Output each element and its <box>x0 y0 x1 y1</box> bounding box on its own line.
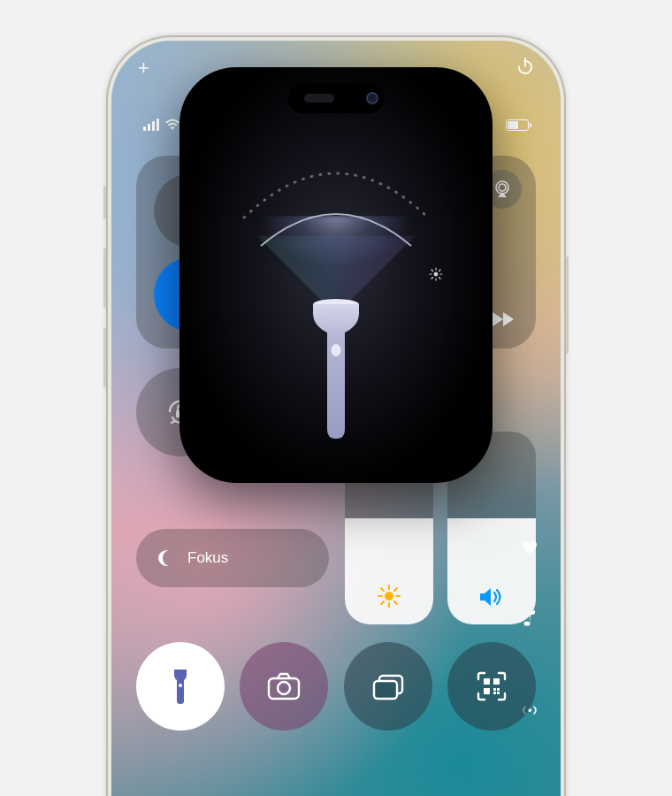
flashlight-large-icon <box>309 299 363 440</box>
side-button <box>566 256 569 354</box>
svg-line-13 <box>394 601 397 604</box>
add-control-icon[interactable]: + <box>138 57 149 80</box>
flashlight-intensity-overlay[interactable] <box>179 67 493 483</box>
focus-label: Fokus <box>187 549 228 567</box>
svg-point-18 <box>179 684 182 687</box>
power-icon[interactable] <box>516 57 534 80</box>
qr-scanner-button[interactable] <box>447 642 536 731</box>
battery-icon <box>506 119 529 131</box>
favorites-page-indicator[interactable] <box>518 536 541 559</box>
cellular-signal-icon <box>143 119 159 131</box>
heart-icon <box>522 540 538 555</box>
screen-mirroring-button[interactable] <box>344 642 432 731</box>
sun-icon <box>377 584 401 608</box>
svg-rect-24 <box>493 678 500 685</box>
qr-icon <box>475 670 508 703</box>
svg-line-38 <box>439 270 441 272</box>
svg-line-12 <box>381 588 384 591</box>
svg-point-5 <box>499 184 506 191</box>
svg-line-15 <box>394 588 397 591</box>
moon-icon <box>156 548 175 568</box>
volume-up-button <box>103 248 106 308</box>
island-pill <box>304 94 334 103</box>
svg-line-35 <box>431 270 433 272</box>
svg-rect-26 <box>493 688 496 691</box>
svg-line-36 <box>439 278 441 279</box>
svg-rect-23 <box>484 678 490 685</box>
camera-icon <box>266 672 302 700</box>
svg-point-20 <box>278 682 290 694</box>
speaker-icon <box>478 586 505 608</box>
volume-down-button <box>103 327 106 387</box>
flashlight-button[interactable] <box>136 642 225 731</box>
camera-button[interactable] <box>240 642 328 731</box>
airplay-icon <box>493 180 512 199</box>
svg-line-14 <box>381 601 384 604</box>
svg-line-37 <box>431 278 433 279</box>
svg-rect-28 <box>493 692 496 694</box>
svg-rect-27 <box>497 692 500 694</box>
music-note-icon <box>523 610 536 626</box>
svg-point-30 <box>434 272 439 277</box>
front-camera-icon <box>366 92 378 104</box>
svg-point-16 <box>524 621 531 625</box>
svg-point-4 <box>496 181 508 194</box>
wifi-status-icon <box>164 119 180 131</box>
quick-action-row <box>136 642 536 731</box>
dynamic-island <box>288 83 384 113</box>
intensity-indicator-icon <box>429 267 443 281</box>
flashlight-icon <box>169 668 192 705</box>
screen: + <box>111 41 561 796</box>
music-page-indicator[interactable] <box>518 607 541 630</box>
svg-point-40 <box>332 344 341 356</box>
svg-rect-22 <box>374 681 397 699</box>
svg-rect-29 <box>497 688 500 691</box>
screen-mirror-icon <box>370 672 406 700</box>
iphone-frame: + <box>106 35 566 796</box>
focus-button[interactable]: Fokus <box>136 529 329 587</box>
media-next-button[interactable] <box>491 311 514 329</box>
svg-point-7 <box>385 592 393 601</box>
svg-rect-25 <box>484 688 490 694</box>
action-button <box>103 186 106 219</box>
